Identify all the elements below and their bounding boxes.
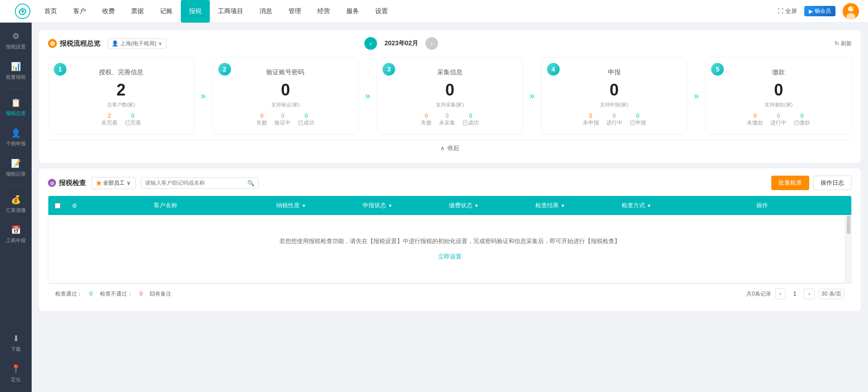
- pass-count[interactable]: 0: [90, 291, 93, 297]
- nav-item-报税[interactable]: 报税: [181, 0, 210, 23]
- sidebar-label-1: 批量报税: [6, 74, 26, 81]
- stat-ok-3[interactable]: 0已申报: [630, 113, 646, 127]
- next-month-btn[interactable]: ›: [425, 37, 438, 50]
- nav-item-票据[interactable]: 票据: [123, 0, 152, 23]
- refresh-button[interactable]: ↻ 刷新: [835, 40, 852, 48]
- operation-log-button[interactable]: 操作日志: [813, 176, 852, 190]
- table-scrollbar[interactable]: [845, 215, 851, 283]
- collapse-button[interactable]: ∧ 收起: [48, 140, 852, 156]
- sidebar-bottom-icon-0: ⬇: [10, 333, 21, 344]
- stat-fail-0[interactable]: 2未完善: [101, 113, 118, 127]
- sidebar-item-3[interactable]: 👤个税申报: [0, 123, 32, 152]
- step-arrow-2: »: [359, 57, 377, 134]
- nav-item-经营[interactable]: 经营: [309, 0, 338, 23]
- sidebar-icon-0: ⚙: [10, 31, 21, 42]
- stat-ok-2[interactable]: 0已成功: [462, 113, 479, 127]
- sidebar-item-5[interactable]: 💰汇算清缴: [0, 190, 32, 218]
- app-logo[interactable]: [9, 3, 36, 19]
- stat-fail-2[interactable]: 0失败: [421, 113, 432, 127]
- sidebar-bottom-item-0[interactable]: ⬇下载: [0, 329, 32, 357]
- th-declare-status[interactable]: 申报状态 ▼: [335, 201, 421, 210]
- th-pay-status[interactable]: 缴费状态 ▼: [421, 201, 507, 210]
- select-all-checkbox[interactable]: [55, 203, 61, 209]
- stat-ok-1[interactable]: 0已成功: [298, 113, 314, 127]
- th-customer-name: 客户名称: [83, 201, 248, 210]
- stat-fail-4[interactable]: 0未缴款: [747, 113, 763, 127]
- nav-item-管理[interactable]: 管理: [280, 0, 309, 23]
- main-menu: 首页客户收费票据记账报税工商项目消息管理经营服务设置: [36, 0, 778, 23]
- step-count-3: 0: [549, 80, 680, 100]
- step-card-2: 3 采集信息 0 支持采集(家) 0失败0未采集0已成功: [377, 57, 523, 134]
- step-sub-4: 支持缴款(家): [713, 101, 844, 108]
- th-check-result[interactable]: 检查结果 ▼: [507, 201, 593, 210]
- sidebar-item-0[interactable]: ⚙报税设置: [0, 26, 32, 55]
- overview-card: ⊕ 报税流程总览 👤 上海(电子税局) ∨ ‹ 2023年02月 › ↻ 刷新: [39, 30, 861, 163]
- location-button[interactable]: 👤 上海(电子税局) ∨: [108, 38, 166, 49]
- refresh-label: 刷新: [841, 40, 852, 48]
- step-num-0: 1: [54, 63, 66, 76]
- step-num-3: 4: [547, 63, 560, 76]
- prev-page-btn[interactable]: ‹: [775, 288, 786, 299]
- current-page: 1: [789, 288, 800, 299]
- stat-mid-3[interactable]: 0进行中: [606, 113, 623, 127]
- vip-button[interactable]: ▶ 畅会员: [804, 6, 835, 16]
- collapse-icon: ∧: [440, 145, 445, 152]
- search-icon[interactable]: 🔍: [247, 180, 255, 186]
- employee-filter[interactable]: ▣ 全部员工 ∨: [91, 177, 136, 189]
- sidebar-item-2[interactable]: 📋报税总览: [0, 93, 32, 121]
- sidebar-bottom-item-1[interactable]: 📍定位: [0, 359, 32, 387]
- sidebar-item-4[interactable]: 📝报税记录: [0, 153, 32, 182]
- per-page-select[interactable]: 30 条/页: [818, 289, 844, 299]
- prev-month-btn[interactable]: ‹: [364, 37, 377, 50]
- vip-label: 畅会员: [815, 7, 831, 15]
- step-stats-1: 0失败0验证中0已成功: [220, 113, 351, 127]
- step-card-0: 1 授权、完善信息 2 总客户数(家) 2未完善0已完善: [48, 57, 194, 134]
- stat-mid-4[interactable]: 0进行中: [770, 113, 787, 127]
- chevron-down-icon: ∨: [158, 40, 162, 47]
- filter-icon: ▣: [96, 180, 101, 186]
- filter-arrow-3-icon: ▼: [474, 203, 479, 208]
- sidebar-label-3: 个税申报: [6, 140, 26, 147]
- step-count-0: 2: [56, 80, 187, 100]
- step-count-2: 0: [384, 80, 515, 100]
- nav-item-工商项目[interactable]: 工商项目: [210, 0, 251, 23]
- nav-item-服务[interactable]: 服务: [338, 0, 367, 23]
- top-right-actions: ⛶ 全屏 ▶ 畅会员 iTA: [778, 3, 859, 19]
- step-arrow-1: »: [194, 57, 212, 134]
- next-page-btn[interactable]: ›: [804, 288, 815, 299]
- batch-check-button[interactable]: 批量检查: [771, 176, 809, 190]
- nav-item-首页[interactable]: 首页: [36, 0, 65, 23]
- nav-item-客户[interactable]: 客户: [65, 0, 94, 23]
- sidebar-item-1[interactable]: 📊批量报税: [0, 57, 32, 85]
- fullscreen-btn[interactable]: ⛶ 全屏: [778, 7, 797, 15]
- avatar[interactable]: iTA: [843, 3, 859, 19]
- content-area: ⊕ 报税流程总览 👤 上海(电子税局) ∨ ‹ 2023年02月 › ↻ 刷新: [32, 23, 868, 392]
- check-title: ◎ 报税检查: [48, 179, 86, 187]
- th-check-method[interactable]: 检查方式 ▼: [593, 201, 679, 210]
- nav-item-收费[interactable]: 收费: [94, 0, 123, 23]
- nav-item-消息[interactable]: 消息: [251, 0, 280, 23]
- svg-text:iTA: iTA: [847, 10, 853, 14]
- nav-item-记账[interactable]: 记账: [152, 0, 181, 23]
- table-body: 若您想使用报税检查功能，请先在【报税设置】中进行报税的初始化设置，完成密码验证和…: [48, 215, 851, 283]
- stat-ok-4[interactable]: 0已缴款: [794, 113, 810, 127]
- setup-link[interactable]: 立即设置: [279, 251, 620, 263]
- stat-mid-2[interactable]: 0未采集: [439, 113, 455, 127]
- svg-point-5: [851, 6, 854, 9]
- fail-count[interactable]: 0: [140, 291, 143, 297]
- header-checkbox[interactable]: [48, 203, 66, 209]
- th-tax-type[interactable]: 纳税性质 ▼: [248, 201, 335, 210]
- stat-fail-3[interactable]: 0未申报: [583, 113, 599, 127]
- overview-title: ⊕ 报税流程总览: [48, 39, 100, 48]
- header-gear[interactable]: ⚙: [66, 202, 83, 209]
- stat-ok-0[interactable]: 0已完善: [125, 113, 141, 127]
- stat-mid-1[interactable]: 0验证中: [274, 113, 291, 127]
- sidebar-item-6[interactable]: 📅工商年报: [0, 220, 32, 249]
- step-card-1: 2 验证账号密码 0 支持验证(家) 0失败0验证中0已成功: [212, 57, 359, 134]
- step-stats-0: 2未完善0已完善: [56, 113, 187, 127]
- nav-item-设置[interactable]: 设置: [367, 0, 396, 23]
- sidebar-icon-6: 📅: [10, 225, 21, 235]
- search-input[interactable]: [145, 180, 245, 186]
- stat-fail-1[interactable]: 0失败: [256, 113, 267, 127]
- filter-label: 全部员工: [103, 179, 125, 187]
